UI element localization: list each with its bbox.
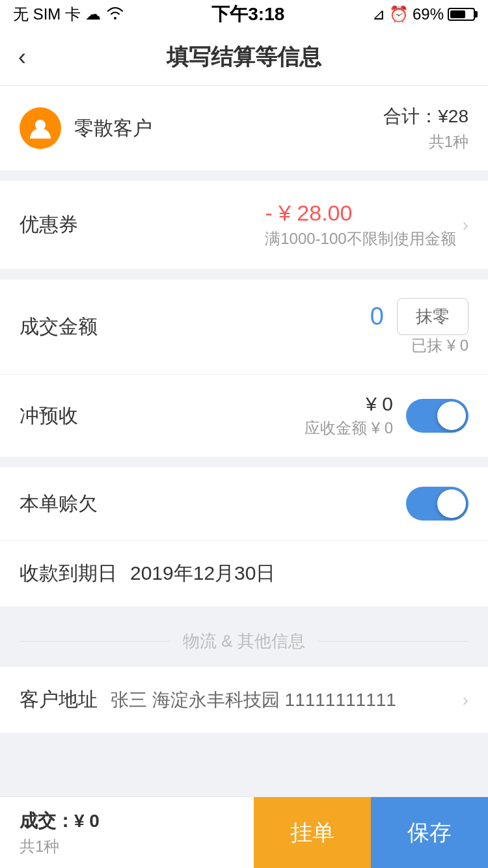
hold-order-button[interactable]: 挂单: [254, 797, 371, 869]
coupon-row[interactable]: 优惠券 - ¥ 28.00 满1000-100不限制使用金额 ›: [0, 181, 488, 269]
coupon-right: - ¥ 28.00 满1000-100不限制使用金额 ›: [265, 200, 468, 249]
chevron-right-icon: ›: [463, 215, 468, 236]
customer-avatar: [20, 107, 61, 149]
deal-amount-value[interactable]: 0: [370, 303, 384, 331]
prepay-row: 冲预收 ¥ 0 应收金额 ¥ 0: [0, 375, 488, 457]
deal-amount-label: 成交金额: [20, 314, 98, 340]
coupon-label: 优惠券: [20, 211, 78, 238]
no-sim-label: 无 SIM 卡 ☁: [13, 4, 101, 25]
customer-total: 合计：¥28 共1种: [383, 104, 468, 152]
customer-row: 零散客户 合计：¥28 共1种: [0, 86, 488, 170]
bottom-item-count: 共1种: [20, 836, 234, 857]
debt-row: 本单赊欠: [0, 467, 488, 540]
save-button[interactable]: 保存: [371, 797, 488, 869]
address-value: 张三 海淀永丰科技园 11111111111: [111, 688, 463, 712]
due-date-row[interactable]: 收款到期日 2019年12月30日: [0, 540, 488, 606]
total-amount: 合计：¥28: [383, 104, 468, 129]
page-title: 填写结算等信息: [167, 42, 321, 72]
location-icon: ⊿: [372, 5, 385, 23]
status-bar: 无 SIM 卡 ☁ 下午3:18 ⊿ ⏰ 69%: [0, 0, 488, 29]
prepay-amounts: ¥ 0 应收金额 ¥ 0: [305, 393, 393, 439]
nav-bar: ‹ 填写结算等信息: [0, 29, 488, 86]
battery-percent: 69%: [413, 5, 444, 23]
logistics-divider: 物流 & 其他信息: [0, 617, 488, 666]
due-date-value: 2019年12月30日: [130, 560, 275, 587]
status-time: 下午3:18: [211, 2, 284, 27]
alarm-icon: ⏰: [389, 5, 409, 23]
amount-input-wrap: 0 抹零: [370, 298, 468, 335]
customer-name: 零散客户: [74, 115, 152, 142]
divider-line-right: [318, 641, 468, 642]
customer-info: 零散客户: [20, 107, 152, 149]
prepay-label: 冲预收: [20, 403, 78, 429]
debt-section: 本单赊欠 收款到期日 2019年12月30日: [0, 467, 488, 606]
battery-icon: [448, 8, 475, 21]
debt-toggle[interactable]: [406, 487, 468, 521]
address-row[interactable]: 客户地址 张三 海淀永丰科技园 11111111111 ›: [0, 667, 488, 733]
coupon-section: 优惠券 - ¥ 28.00 满1000-100不限制使用金额 ›: [0, 181, 488, 269]
coupon-value: - ¥ 28.00: [265, 200, 455, 226]
divider-line-left: [20, 641, 170, 642]
prepay-sub-value: 应收金额 ¥ 0: [305, 418, 393, 439]
address-chevron-icon: ›: [463, 690, 468, 711]
content-area: 零散客户 合计：¥28 共1种 优惠券 - ¥ 28.00 满1000-100不…: [0, 86, 488, 811]
rounded-amount: 已抹 ¥ 0: [370, 335, 468, 356]
prepay-toggle[interactable]: [406, 399, 468, 433]
status-right: ⊿ ⏰ 69%: [372, 5, 475, 23]
back-button[interactable]: ‹: [18, 44, 26, 71]
coupon-description: 满1000-100不限制使用金额: [265, 228, 455, 249]
amount-section: 成交金额 0 抹零 已抹 ¥ 0 冲预收 ¥ 0 应收金额 ¥ 0: [0, 280, 488, 457]
deal-prefix: 成交：: [20, 811, 74, 831]
wifi-icon: [106, 5, 124, 23]
round-button[interactable]: 抹零: [397, 298, 468, 335]
address-label: 客户地址: [20, 686, 98, 713]
bottom-bar: 成交：¥ 0 共1种 挂单 保存: [0, 796, 488, 868]
bottom-deal-amount: 成交：¥ 0: [20, 809, 234, 834]
status-left: 无 SIM 卡 ☁: [13, 4, 124, 25]
debt-toggle-knob: [437, 489, 466, 518]
bottom-summary: 成交：¥ 0 共1种: [0, 809, 254, 857]
due-date-label: 收款到期日: [20, 560, 117, 587]
item-count: 共1种: [383, 131, 468, 152]
prepay-main-value: ¥ 0: [305, 393, 393, 415]
logistics-label: 物流 & 其他信息: [183, 630, 305, 653]
deal-amount-row: 成交金额 0 抹零 已抹 ¥ 0: [0, 280, 488, 375]
toggle-knob: [437, 401, 466, 430]
deal-value: ¥ 0: [74, 811, 100, 831]
debt-label: 本单赊欠: [20, 491, 98, 517]
